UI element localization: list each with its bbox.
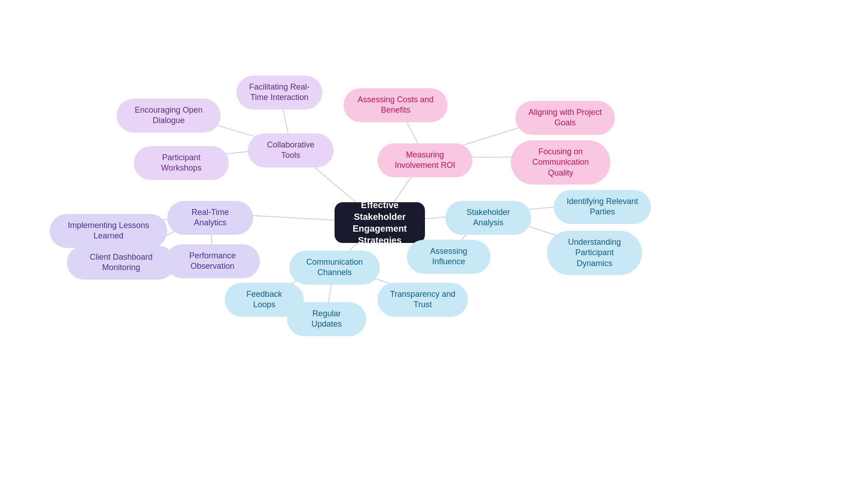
node-facilitating-realtime: Facilitating Real-Time Interaction bbox=[236, 76, 322, 109]
node-participant-workshops: Participant Workshops bbox=[134, 146, 229, 180]
node-measuring-roi: Measuring Involvement ROI bbox=[377, 143, 472, 177]
node-implementing-lessons: Implementing Lessons Learned bbox=[50, 214, 167, 248]
node-assessing-costs: Assessing Costs and Benefits bbox=[344, 88, 448, 122]
node-aligning-project-goals: Aligning with Project Goals bbox=[515, 101, 615, 135]
node-collaborative-tools: Collaborative Tools bbox=[248, 133, 334, 167]
node-regular-updates: Regular Updates bbox=[287, 302, 366, 336]
node-transparency-trust: Transparency and Trust bbox=[377, 283, 468, 317]
node-understanding-dynamics: Understanding Participant Dynamics bbox=[547, 231, 642, 275]
node-real-time-analytics: Real-Time Analytics bbox=[167, 201, 253, 235]
node-stakeholder-analysis: Stakeholder Analysis bbox=[445, 201, 531, 235]
mindmap-canvas: Effective Stakeholder Engagement Strateg… bbox=[0, 0, 868, 490]
node-performance-observation: Performance Observation bbox=[165, 244, 260, 278]
node-assessing-influence: Assessing Influence bbox=[407, 240, 491, 274]
node-client-dashboard: Client Dashboard Monitoring bbox=[67, 246, 175, 280]
node-focusing-communication: Focusing on Communication Quality bbox=[511, 140, 610, 185]
center-node: Effective Stakeholder Engagement Strateg… bbox=[335, 202, 425, 243]
node-identifying-parties: Identifying Relevant Parties bbox=[554, 190, 651, 224]
node-encouraging-dialogue: Encouraging Open Dialogue bbox=[117, 99, 221, 133]
node-communication-channels: Communication Channels bbox=[289, 251, 380, 285]
